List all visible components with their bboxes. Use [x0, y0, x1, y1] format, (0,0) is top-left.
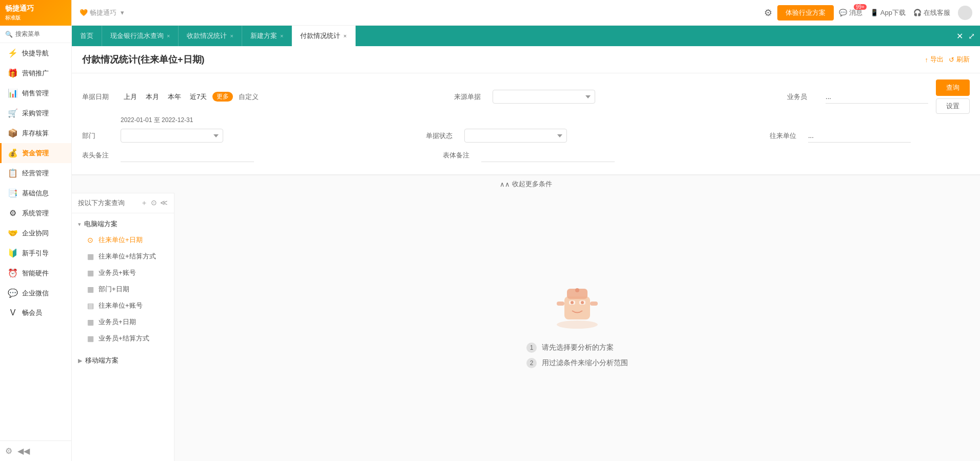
- scheme-item-icon-1: ▦: [86, 252, 94, 260]
- empty-steps: 1 请先选择要分析的方案 2 用过滤条件来缩小分析范围: [526, 343, 628, 373]
- scheme-item-staff-account[interactable]: ▦ 业务员+账号: [72, 265, 174, 281]
- scheme-header-actions: ＋ ⊙ ≪: [141, 198, 168, 208]
- date-7days[interactable]: 近7天: [187, 91, 210, 103]
- topbar-service[interactable]: 🎧 在线客服: [913, 8, 950, 17]
- sidebar-item-inventory[interactable]: 📦 库存核算: [0, 123, 71, 143]
- sidebar-label-vip: 畅会员: [22, 308, 42, 317]
- scheme-settings-icon[interactable]: ⊙: [151, 198, 157, 208]
- trial-btn[interactable]: 体验行业方案: [777, 5, 834, 21]
- sidebar-item-purchase[interactable]: 🛒 采购管理: [0, 103, 71, 123]
- page-actions: ↑ 导出 ↺ 刷新: [925, 55, 970, 64]
- sidebar-item-sales[interactable]: 📊 销售管理: [0, 83, 71, 103]
- desktop-group-arrow: ▾: [78, 221, 81, 228]
- sidebar-label-cooperation: 企业协同: [22, 229, 49, 238]
- tab-cash-flow[interactable]: 现金银行流水查询 ×: [102, 26, 179, 46]
- dept-select[interactable]: [121, 129, 223, 143]
- tab-home-label: 首页: [80, 31, 93, 41]
- collapse-sidebar-icon[interactable]: ◀◀: [17, 446, 30, 456]
- sidebar-item-operations[interactable]: 📋 经营管理: [0, 163, 71, 183]
- date-more[interactable]: 更多: [212, 92, 233, 102]
- date-custom[interactable]: 自定义: [236, 91, 262, 103]
- sidebar-search[interactable]: 🔍 搜索菜单: [0, 26, 71, 43]
- date-this-year[interactable]: 本年: [165, 91, 184, 103]
- staff-input[interactable]: [826, 90, 928, 104]
- scheme-item-staff-date[interactable]: ▦ 业务员+日期: [72, 314, 174, 330]
- topbar-app-download[interactable]: 📱 App下载: [870, 8, 906, 17]
- tab-new-scheme-close[interactable]: ×: [280, 33, 283, 39]
- tab-pay-stats[interactable]: 付款情况统计 ×: [292, 26, 355, 46]
- scheme-item-staff-settle[interactable]: ▦ 业务员+结算方式: [72, 330, 174, 347]
- sidebar-item-system[interactable]: ⚙ 系统管理: [0, 203, 71, 223]
- tab-cash-flow-close[interactable]: ×: [167, 33, 170, 39]
- body-remark-label: 表体备注: [443, 151, 474, 160]
- topbar: 🧡 畅捷通巧 ▾ ⚙ 体验行业方案 💬 消息 99+ 📱 App下载 🎧 在线客…: [72, 0, 980, 26]
- tab-payment-stats-close[interactable]: ×: [230, 33, 233, 39]
- scheme-add-icon[interactable]: ＋: [141, 198, 148, 208]
- topbar-msg[interactable]: 💬 消息 99+: [839, 8, 863, 17]
- sidebar-item-marketing[interactable]: 🎁 营销推广: [0, 63, 71, 83]
- topbar-avatar[interactable]: [958, 6, 972, 20]
- sidebar-item-finance[interactable]: 💰 资金管理: [0, 143, 71, 163]
- sidebar-label-finance: 资金管理: [22, 149, 49, 158]
- header-remark-input[interactable]: [121, 149, 254, 162]
- tab-close-all-icon[interactable]: ✕: [956, 31, 963, 41]
- query-panel: 按以下方案查询 ＋ ⊙ ≪ ▾ 电脑端方案 ⊙ 往来单位+日期: [72, 193, 174, 461]
- sidebar-label-system: 系统管理: [22, 209, 49, 218]
- sidebar-item-quick-nav[interactable]: ⚡ 快捷导航: [0, 43, 71, 63]
- sidebar-icon-cooperation: 🤝: [8, 228, 18, 238]
- tab-new-scheme[interactable]: 新建方案 ×: [242, 26, 292, 46]
- sidebar-item-vip[interactable]: V 畅会员: [0, 303, 71, 323]
- scheme-item-label-1: 往来单位+结算方式: [99, 252, 156, 261]
- source-select[interactable]: [493, 90, 595, 104]
- scheme-item-dept-date[interactable]: ▦ 部门+日期: [72, 281, 174, 297]
- tabs-actions: ✕ ⤢: [951, 26, 980, 46]
- date-this-month[interactable]: 本月: [143, 91, 162, 103]
- logo-text: 畅捷通巧: [5, 4, 34, 13]
- mobile-group-title[interactable]: ▶ 移动端方案: [72, 353, 174, 368]
- tab-payment-stats-label: 收款情况统计: [187, 31, 227, 41]
- source-label: 来源单据: [454, 92, 485, 102]
- scheme-item-counterpart-account[interactable]: ▤ 往来单位+账号: [72, 297, 174, 314]
- counterpart-input[interactable]: [808, 129, 911, 143]
- sidebar-item-wechat[interactable]: 💬 企业微信: [0, 283, 71, 303]
- doc-status-select[interactable]: [464, 129, 567, 143]
- msg-badge: 99+: [854, 4, 867, 10]
- desktop-group-title[interactable]: ▾ 电脑端方案: [72, 216, 174, 232]
- sidebar-item-cooperation[interactable]: 🤝 企业协同: [0, 223, 71, 243]
- page-header: 付款情况统计(往来单位+日期) ↑ 导出 ↺ 刷新: [72, 46, 980, 73]
- scheme-panel-title: 按以下方案查询: [78, 198, 125, 208]
- scheme-item-counterpart-date[interactable]: ⊙ 往来单位+日期: [72, 232, 174, 248]
- tab-new-scheme-label: 新建方案: [250, 31, 277, 41]
- tab-payment-stats[interactable]: 收款情况统计 ×: [179, 26, 242, 46]
- query-btn[interactable]: 查询: [936, 79, 970, 96]
- sidebar-item-hardware[interactable]: ⏰ 智能硬件: [0, 263, 71, 283]
- scheme-collapse-icon[interactable]: ≪: [160, 198, 168, 208]
- settings-btn[interactable]: 设置: [936, 98, 970, 114]
- sidebar-icon-guide: 🔰: [8, 248, 18, 258]
- body-remark-input[interactable]: [481, 149, 615, 162]
- settings-footer-icon[interactable]: ⚙: [5, 446, 12, 456]
- step-1-label: 请先选择要分析的方案: [542, 343, 614, 352]
- topbar-dropdown-icon[interactable]: ▾: [121, 9, 124, 16]
- topbar-settings-icon[interactable]: ⚙: [764, 7, 772, 18]
- tab-pay-stats-close[interactable]: ×: [343, 33, 346, 39]
- scheme-item-icon-3: ▦: [86, 285, 94, 293]
- sidebar-logo: 畅捷通巧 标准版: [0, 0, 71, 26]
- export-btn[interactable]: ↑ 导出: [925, 55, 944, 64]
- sidebar-item-basic-info[interactable]: 📑 基础信息: [0, 183, 71, 203]
- sidebar-icon-hardware: ⏰: [8, 268, 18, 278]
- collapse-btn[interactable]: ∧∧ 收起更多条件: [72, 175, 980, 193]
- sidebar-icon-vip: V: [8, 308, 18, 317]
- tab-home[interactable]: 首页: [72, 26, 102, 46]
- staff-label: 业务员: [787, 92, 818, 102]
- date-last-month[interactable]: 上月: [121, 91, 140, 103]
- scheme-item-counterpart-settle[interactable]: ▦ 往来单位+结算方式: [72, 248, 174, 265]
- sidebar-item-guide[interactable]: 🔰 新手引导: [0, 243, 71, 263]
- tab-expand-icon[interactable]: ⤢: [968, 31, 975, 41]
- empty-step-1: 1 请先选择要分析的方案: [526, 343, 628, 353]
- svg-point-3: [575, 288, 579, 292]
- sidebar: 畅捷通巧 标准版 🔍 搜索菜单 ⚡ 快捷导航 🎁 营销推广 📊 销售管理 🛒 采…: [0, 0, 72, 461]
- sidebar-label-inventory: 库存核算: [22, 129, 49, 138]
- refresh-btn[interactable]: ↺ 刷新: [949, 55, 970, 64]
- content-area: 付款情况统计(往来单位+日期) ↑ 导出 ↺ 刷新 单据日期 上月 本月: [72, 46, 980, 461]
